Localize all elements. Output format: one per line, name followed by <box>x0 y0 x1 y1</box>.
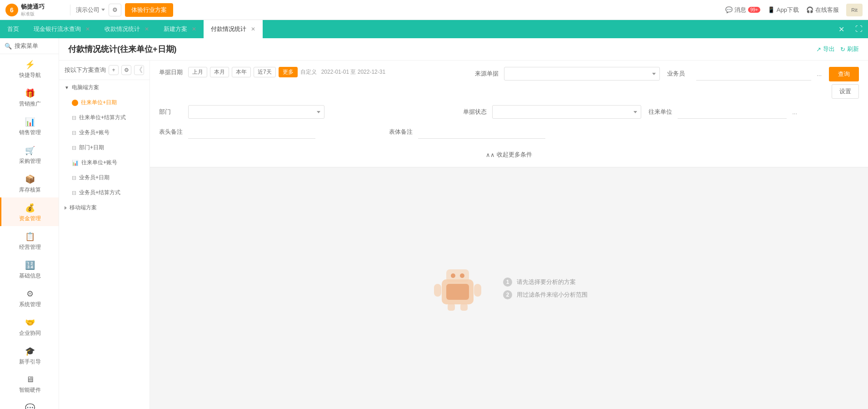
tab-close-all-button[interactable]: ✕ <box>833 20 850 38</box>
robot-svg <box>430 261 485 316</box>
tab-cash-bank-close[interactable]: ✕ <box>85 26 90 32</box>
sidebar-item-inventory[interactable]: 📦 库存核算 <box>0 169 59 197</box>
header-note-label: 表头备注 <box>159 128 185 136</box>
user-avatar[interactable]: Rit <box>846 4 863 16</box>
tab-payment-stats-close[interactable]: ✕ <box>251 26 255 32</box>
scheme-item-unit-settlement-label: 往来单位+结算方式 <box>79 114 126 121</box>
tab-payment-stats[interactable]: 付款情况统计 ✕ <box>204 20 263 38</box>
desktop-scheme-header[interactable]: ▼ 电脑端方案 <box>59 80 150 95</box>
search-menu-button[interactable]: 🔍 搜索菜单 <box>0 38 59 54</box>
svg-rect-7 <box>448 303 455 311</box>
date-range-display: 2022-01-01 至 2022-12-31 <box>321 68 385 76</box>
refresh-button[interactable]: ↻ 刷新 <box>840 45 859 53</box>
sidebar-item-finance[interactable]: 💰 资金管理 <box>0 197 59 226</box>
date-btn-last-month[interactable]: 上月 <box>188 67 207 77</box>
tab-receivable[interactable]: 收款情况统计 ✕ <box>97 20 156 38</box>
company-dropdown-icon <box>101 9 105 11</box>
basics-icon: 🔢 <box>25 260 35 270</box>
tab-cash-bank-label: 现金银行流水查询 <box>34 25 81 33</box>
company-selector[interactable]: 演示公司 <box>76 6 105 14</box>
sidebar-item-hardware[interactable]: 🖥 智能硬件 <box>0 369 59 398</box>
svg-rect-8 <box>460 303 468 311</box>
scheme-item-salesman-settle[interactable]: ⊟ 业务员+结算方式 <box>59 185 150 200</box>
app-icon: 📱 <box>768 6 775 13</box>
sidebar-item-quick-nav[interactable]: ⚡ 快捷导航 <box>0 54 59 83</box>
tab-new-scheme-close[interactable]: ✕ <box>192 26 196 32</box>
message-button[interactable]: 💬 消息 99+ <box>725 6 760 14</box>
date-btn-last-7days[interactable]: 近7天 <box>254 67 276 77</box>
scheme-add-button[interactable]: + <box>109 65 119 75</box>
collapse-more-button[interactable]: ∧∧ 收起更多条件 <box>159 148 859 162</box>
operations-icon: 📋 <box>25 232 35 242</box>
header-note-input[interactable] <box>188 125 315 139</box>
source-select[interactable] <box>504 67 660 81</box>
dept-select[interactable] <box>188 105 324 119</box>
scheme-item-salesman-date[interactable]: ⊟ 业务员+日期 <box>59 170 150 185</box>
related-unit-label: 往来单位 <box>649 108 674 116</box>
filter-date-item: 单据日期 上月 本月 本年 近7天 更多 自定义 2022-01-01 至 20… <box>159 67 468 77</box>
scheme-item-salesman-account[interactable]: ⊟ 业务员+账号 <box>59 125 150 140</box>
sidebar-item-operations[interactable]: 📋 经营管理 <box>0 226 59 255</box>
tab-cash-bank[interactable]: 现金银行流水查询 ✕ <box>26 20 97 38</box>
scheme-item-unit-settlement[interactable]: ⊟ 往来单位+结算方式 <box>59 110 150 125</box>
tab-new-scheme[interactable]: 新建方案 ✕ <box>156 20 204 38</box>
related-unit-input[interactable] <box>678 105 787 119</box>
filter-settings-button[interactable]: 设置 <box>832 84 859 99</box>
tab-receivable-close[interactable]: ✕ <box>145 26 149 32</box>
svg-point-5 <box>451 273 455 278</box>
date-btn-this-month[interactable]: 本月 <box>210 67 229 77</box>
scheme-item-unit-date[interactable]: 往来单位+日期 <box>59 95 150 110</box>
export-button[interactable]: ↗ 导出 <box>816 45 835 53</box>
scheme-item-unit-account[interactable]: 📊 往来单位+账号 <box>59 155 150 170</box>
right-content: 单据日期 上月 本月 本年 近7天 更多 自定义 2022-01-01 至 20… <box>150 61 868 409</box>
data-area: 1 请先选择要分析的方案 2 用过滤条件来缩小分析范围 <box>150 167 868 409</box>
sidebar-item-purchase[interactable]: 🛒 采购管理 <box>0 140 59 169</box>
sidebar-item-operations-label: 经营管理 <box>19 243 41 251</box>
top-header: 6 畅捷通巧 标准版 演示公司 ⚙ 体验行业方案 💬 消息 99+ 📱 App下… <box>0 0 868 20</box>
content-area: 付款情况统计(往来单位+日期) ↗ 导出 ↻ 刷新 按以下方案查询 + ⚙ <box>59 38 868 409</box>
trial-button[interactable]: 体验行业方案 <box>125 3 173 17</box>
voucher-status-select[interactable] <box>492 105 641 119</box>
sidebar-item-finance-label: 资金管理 <box>19 215 41 222</box>
mobile-scheme-header[interactable]: 移动端方案 <box>59 200 150 215</box>
filter-row-3: 表头备注 表体备注 <box>159 125 859 139</box>
scheme-settings-button[interactable]: ⚙ <box>121 65 131 75</box>
desktop-section-arrow: ▼ <box>65 85 69 90</box>
salesman-input[interactable] <box>696 67 811 81</box>
related-unit-dots[interactable]: ... <box>792 109 797 116</box>
page-header-actions: ↗ 导出 ↻ 刷新 <box>816 45 859 53</box>
sidebar-item-sales[interactable]: 📊 销售管理 <box>0 111 59 140</box>
scheme-collapse-button[interactable]: 《 <box>134 65 144 75</box>
settings-icon: ⚙ <box>112 6 118 13</box>
sidebar-item-system[interactable]: ⚙ 系统管理 <box>0 283 59 312</box>
sidebar-item-guide[interactable]: 🎓 新手引导 <box>0 341 59 369</box>
empty-step-2: 2 用过滤条件来缩小分析范围 <box>503 290 588 299</box>
tab-payment-stats-label: 付款情况统计 <box>211 25 246 33</box>
tab-home[interactable]: 首页 <box>0 20 26 38</box>
date-btn-this-year[interactable]: 本年 <box>232 67 251 77</box>
sidebar-item-basics[interactable]: 🔢 基础信息 <box>0 255 59 283</box>
query-button[interactable]: 查询 <box>829 67 859 81</box>
scheme-item-icon: ⊟ <box>72 115 76 121</box>
header-settings-button[interactable]: ⚙ <box>109 4 121 16</box>
system-icon: ⚙ <box>26 289 34 299</box>
date-btn-more[interactable]: 更多 <box>279 67 298 77</box>
tab-expand-button[interactable]: ⛶ <box>850 20 868 38</box>
svg-rect-1 <box>446 284 469 300</box>
online-service-button[interactable]: 🎧 在线客服 <box>806 6 839 14</box>
purchase-icon: 🛒 <box>25 146 35 156</box>
sidebar-item-wechat[interactable]: 💬 企业微信 <box>0 398 59 409</box>
sidebar-item-marketing[interactable]: 🎁 营销推广 <box>0 83 59 111</box>
svg-rect-4 <box>446 269 469 282</box>
salesman-dots[interactable]: ... <box>817 71 822 77</box>
export-label: 导出 <box>823 45 835 53</box>
app-download-button[interactable]: 📱 App下载 <box>768 6 799 14</box>
collapse-arrow-icon: ∧∧ <box>486 151 495 158</box>
filter-row-2: 部门 单据状态 <box>159 105 859 119</box>
body-note-input[interactable] <box>418 125 545 139</box>
sidebar-item-enterprise[interactable]: 🤝 企业协同 <box>0 312 59 341</box>
message-badge: 99+ <box>748 7 760 13</box>
scheme-item-unit-date-label: 往来单位+日期 <box>81 99 117 106</box>
hardware-icon: 🖥 <box>26 375 34 384</box>
scheme-item-dept-date[interactable]: ⊟ 部门+日期 <box>59 140 150 155</box>
